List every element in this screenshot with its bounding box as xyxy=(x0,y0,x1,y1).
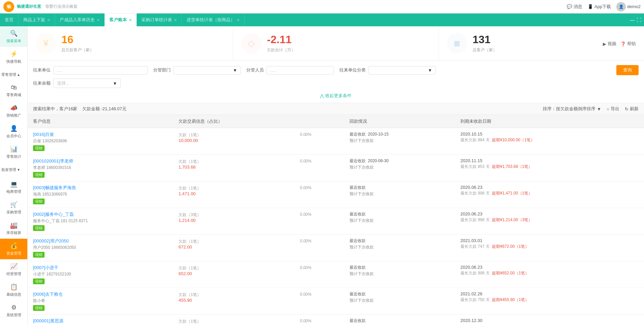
customer-name-link[interactable]: [0001020001]李老师 xyxy=(33,158,168,164)
customer-name-link[interactable]: [0016]吕俊 xyxy=(33,131,168,138)
overdue-amount-link[interactable]: 超期¥1,214.00（3笔） xyxy=(492,217,532,222)
sidebar-item-marketing[interactable]: 📣 营销推广 xyxy=(0,101,27,121)
customer-tag: 现销 xyxy=(33,278,45,284)
overdue-amount-link[interactable]: 超期¥455.90（1笔） xyxy=(492,297,529,302)
refresh-icon: ↻ xyxy=(625,107,628,112)
customer-name-link[interactable]: [0006]去下粮仓 xyxy=(33,291,168,297)
tab-purchase-order[interactable]: 采购订单统计表 ✕ xyxy=(137,13,182,26)
expiry-cell: 2020.11.15 最长欠款 853 天 超期¥1,703.68（1笔） xyxy=(455,155,644,181)
customer-name-link[interactable]: [0007]小进干 xyxy=(33,265,168,271)
sidebar-item-retail-mall[interactable]: 🛍 零售商城 xyxy=(0,81,27,101)
overdue-amount-link[interactable]: 超期¥652.00（1笔） xyxy=(492,271,529,275)
brand-name: 畅捷通好生意 母婴行业演示账套 xyxy=(17,4,78,9)
customer-name-link[interactable]: [000002]用户2050 xyxy=(33,238,168,244)
filter-unit-input[interactable]: ... xyxy=(53,66,148,75)
overdue-amount-link[interactable]: 超期¥1,703.68（1笔） xyxy=(492,164,532,169)
debt-percent: 0.00% xyxy=(300,132,339,137)
debt-amount[interactable]: 672.00 xyxy=(178,244,289,249)
video-btn[interactable]: ▶ 视频 xyxy=(603,41,616,47)
debt-amount[interactable]: 1,471.00 xyxy=(178,191,289,196)
message-btn[interactable]: 💬 消息 xyxy=(567,4,582,10)
filter-balance-select[interactable]: 选择... ▼ xyxy=(53,79,121,88)
debt-ratio-cell: 0.00% xyxy=(295,288,344,315)
debt-label: 欠款（1笔） xyxy=(178,265,289,271)
tab-close-icon[interactable]: ✕ xyxy=(129,18,132,22)
sidebar-item-inventory[interactable]: 🏭 库存核算 xyxy=(0,218,27,239)
export-btn[interactable]: ○ 导出 xyxy=(607,106,619,112)
overdue-amount-link[interactable]: 超期¥10,000.00（1笔） xyxy=(492,138,535,142)
debt-percent: 0.00% xyxy=(300,185,339,190)
filter-dept-select[interactable]: ▼ xyxy=(173,66,241,75)
sort-select[interactable]: 排序：按欠款金额倒序排序 ▼ xyxy=(543,106,601,112)
sidebar-item-member[interactable]: 👤 会员中心 xyxy=(0,121,27,142)
debt-percent: 0.00% xyxy=(300,159,339,164)
phone-icon: 📱 xyxy=(588,4,593,9)
sidebar-item-quick-nav[interactable]: ⚡ 快捷导航 xyxy=(0,47,27,67)
filter-balance-label: 往来余额 xyxy=(33,80,51,86)
maximize-icon[interactable]: ⛶ xyxy=(637,17,641,23)
search-button[interactable]: 查询 xyxy=(616,65,639,75)
recovery-cell: 最近收款 预计下次收款 xyxy=(344,181,455,208)
tab-product-history[interactable]: 产成品入库单历史 ✕ xyxy=(55,13,105,26)
table-row: [000001]黄思源 黄思源 13552700226 现销 欠款（1笔） 42… xyxy=(28,315,644,324)
filter-category-select[interactable]: ▼ xyxy=(368,66,436,75)
expiry-date-value: 2020.06.23 xyxy=(460,185,639,190)
help-btn[interactable]: ❓ 帮助 xyxy=(620,41,636,47)
debt-amount[interactable]: 652.00 xyxy=(178,271,289,276)
logo-icon: 畅 xyxy=(3,1,14,12)
th-customer-info: 客户信息 xyxy=(28,115,173,128)
tab-close-icon[interactable]: ✕ xyxy=(47,18,50,22)
marketing-icon: 📣 xyxy=(10,104,18,112)
sidebar-item-batch-mgmt[interactable]: 批发管理 ▼ xyxy=(0,164,27,176)
customer-info-cell: [0001020001]李老师 李老师 18600391516 现销 xyxy=(28,155,173,181)
debt-amount[interactable]: 1,703.68 xyxy=(178,165,289,170)
inventory-icon: 🏭 xyxy=(10,222,18,229)
sidebar-item-enterprise[interactable]: 🤝 企业协同 xyxy=(0,321,27,324)
sidebar-item-operations[interactable]: 📈 经营管理 xyxy=(0,259,27,280)
customer-name-link[interactable]: [000001]黄思源 xyxy=(33,318,168,324)
quick-nav-icon: ⚡ xyxy=(10,50,18,58)
app-download-btn[interactable]: 📱 App下载 xyxy=(588,4,611,10)
filter-person-input[interactable]: ... xyxy=(267,66,334,75)
tab-product-off[interactable]: 商品上下架 ✕ xyxy=(19,13,55,26)
debt-amount[interactable]: 10,000.00 xyxy=(178,138,289,143)
sidebar-item-system[interactable]: ⚙ 系统管理 xyxy=(0,300,27,321)
tab-close-icon[interactable]: ✕ xyxy=(97,18,100,22)
debt-label: 欠款（1笔） xyxy=(178,292,289,298)
debt-percent: 0.00% xyxy=(300,212,339,217)
next-payment-label: 预计下次收款 xyxy=(349,138,450,144)
debt-amount[interactable]: 455.90 xyxy=(178,298,289,303)
sidebar-item-search[interactable]: 🔍 搜索菜单 xyxy=(0,26,27,47)
user-menu[interactable]: 👤 demo2 xyxy=(616,2,641,11)
collapse-filter-btn[interactable]: ⋀ 收起更多条件 xyxy=(33,91,639,100)
expiry-cell: 2020.06.23 最长欠款 998 天 超期¥1,214.00（3笔） xyxy=(455,208,644,235)
th-expiry: 到期未收款日期 xyxy=(455,115,644,128)
content-area: ¥ 16 总欠款客户（家） ◇ -2.11 欠款合计（万） ▦ 131 总客户（… xyxy=(28,26,644,324)
overdue-amount-link[interactable]: 超期¥672.00（1笔） xyxy=(492,244,529,249)
tab-customer-account[interactable]: 客户账本 ✕ xyxy=(105,13,137,26)
overdue-amount-link[interactable]: 超期¥1,471.00（1笔） xyxy=(492,191,532,196)
tab-close-icon[interactable]: ✕ xyxy=(237,18,240,22)
tab-close-icon[interactable]: ✕ xyxy=(174,18,177,22)
sidebar-item-finance[interactable]: 💰 资金管理 xyxy=(0,239,27,259)
sidebar-item-retail-mgmt[interactable]: 零售管理 ▲ xyxy=(0,69,27,81)
refresh-btn[interactable]: ↻ 刷新 xyxy=(625,106,639,112)
expiry-cell: 2020.10.15 最长欠款 884 天 超期¥10,000.00（1笔） xyxy=(455,128,644,155)
overdue-days-label: 最长欠款 998 天 超期¥652.00（1笔） xyxy=(460,270,639,276)
tab-purchase-stat[interactable]: 进货单统计表（按商品） ✕ xyxy=(182,13,245,26)
sidebar-item-purchase[interactable]: 🛒 采购管理 xyxy=(0,198,27,218)
customer-name-link[interactable]: [0003]畅捷服务尹海燕 xyxy=(33,185,168,191)
sidebar-item-basic-info[interactable]: 📋 基础信息 xyxy=(0,280,27,300)
minimize-icon[interactable]: — xyxy=(630,17,635,23)
tab-home[interactable]: 首页 xyxy=(0,13,19,26)
system-icon: ⚙ xyxy=(11,304,17,311)
sidebar-item-ecommerce[interactable]: 💻 电商管理 xyxy=(0,177,27,198)
overdue-days-label: 最长欠款 853 天 超期¥1,703.68（1笔） xyxy=(460,164,639,170)
message-icon: 💬 xyxy=(567,4,572,9)
expiry-cell: 2021.02.26 最长欠款 750 天 超期¥455.90（1笔） xyxy=(455,288,644,315)
th-debt-ratio xyxy=(295,115,344,128)
customer-name-link[interactable]: [0002]服务中心_丁磊 xyxy=(33,211,168,217)
debt-amount[interactable]: 1,214.00 xyxy=(178,218,289,223)
sidebar-item-retail-stat[interactable]: 📊 零售统计 xyxy=(0,142,27,163)
latest-payment-label: 最近收款 2020-10-15 xyxy=(349,131,450,137)
